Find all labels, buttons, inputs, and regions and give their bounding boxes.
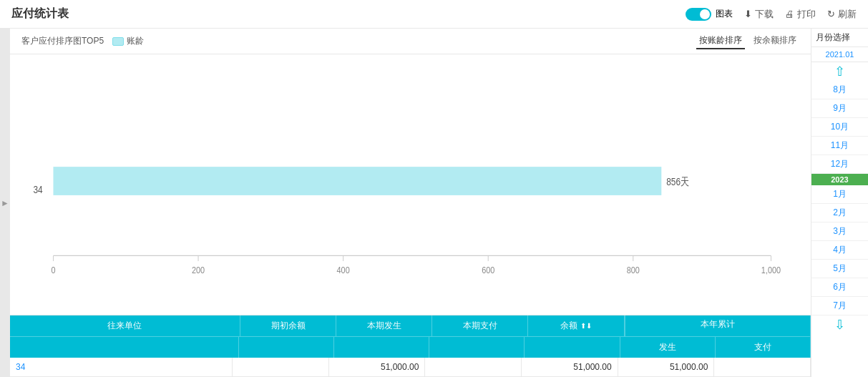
bar-value-label: 856天 <box>666 176 688 188</box>
sidebar-month-9[interactable]: 9月 <box>811 99 868 118</box>
sidebar-month-10[interactable]: 10月 <box>811 118 868 137</box>
td-paid <box>425 358 522 376</box>
td-ytd-paid <box>714 358 811 376</box>
print-icon: 🖨 <box>785 9 794 19</box>
sidebar-month-6[interactable]: 6月 <box>811 278 868 297</box>
th-source: 往来单位 <box>10 315 240 336</box>
sidebar-month-8[interactable]: 8月 <box>811 81 868 99</box>
download-button[interactable]: ⬇ 下载 <box>744 8 774 21</box>
chart-bar <box>53 167 661 195</box>
y-axis-label: 34 <box>33 184 43 196</box>
data-table: 往来单位 期初余额 本期发生 本期支付 余额⬆⬇ 本年累计 发生 支付 <box>10 315 811 377</box>
th-occurred: 本期发生 <box>336 315 432 336</box>
th-sub-occurred <box>334 337 429 358</box>
th-sub-paid <box>429 337 525 358</box>
th-opening: 期初余额 <box>240 315 336 336</box>
main-content: ► 客户应付排序图TOP5 账龄 按账龄排序 按余额排序 <box>0 29 868 377</box>
table-row: 34 51,000.00 51,000.00 51,000.00 <box>10 358 811 377</box>
th-sub-ytd-occurred: 发生 <box>620 337 716 358</box>
toggle-knob <box>700 9 710 19</box>
legend-title-text: 客户应付排序图TOP5 <box>21 35 104 47</box>
th-sub-balance <box>525 337 620 358</box>
svg-text:1,000: 1,000 <box>761 265 781 275</box>
sidebar: 月份选择 2021.01 ⇧ 8月 9月 10月 11月 12月 2023 1月… <box>811 29 868 377</box>
chart-toggle-label: 图表 <box>716 8 733 20</box>
th-paid: 本期支付 <box>432 315 528 336</box>
sidebar-month-12[interactable]: 12月 <box>811 155 868 174</box>
source-link[interactable]: 34 <box>16 362 25 372</box>
print-label: 打印 <box>797 8 816 21</box>
page: 应付统计表 图表 ⬇ 下载 🖨 打印 ↻ 刷新 ► <box>0 0 868 377</box>
legend-item-age: 账龄 <box>112 35 144 47</box>
header: 应付统计表 图表 ⬇ 下载 🖨 打印 ↻ 刷新 <box>0 0 868 29</box>
svg-text:200: 200 <box>192 265 205 275</box>
sidebar-header-label: 月份选择 <box>816 31 850 44</box>
svg-text:0: 0 <box>51 265 55 275</box>
refresh-icon: ↻ <box>827 9 835 19</box>
table-header-row2: 发生 支付 <box>10 336 811 358</box>
chart-toggle[interactable] <box>686 8 711 21</box>
sort-by-age-button[interactable]: 按账龄排序 <box>696 33 745 49</box>
sidebar-nav-down-button[interactable]: ⇩ <box>811 315 868 334</box>
sidebar-month-3[interactable]: 3月 <box>811 222 868 241</box>
td-ytd-occurred: 51,000.00 <box>618 358 715 376</box>
th-sub-ytd-paid: 支付 <box>716 337 811 358</box>
refresh-button[interactable]: ↻ 刷新 <box>827 8 857 21</box>
sort-by-balance-button[interactable]: 按余额排序 <box>751 33 799 49</box>
sidebar-header: 月份选择 <box>811 29 868 47</box>
sidebar-month-5[interactable]: 5月 <box>811 260 868 278</box>
chart-container: 34 856天 0 200 400 600 <box>10 54 811 315</box>
sidebar-month-4[interactable]: 4月 <box>811 241 868 260</box>
refresh-label: 刷新 <box>838 8 857 21</box>
legend-color-box <box>112 37 124 46</box>
download-icon: ⬇ <box>744 9 752 19</box>
th-sub-opening <box>239 337 334 358</box>
td-occurred: 51,000.00 <box>329 358 426 376</box>
sidebar-current-date: 2021.01 <box>811 47 868 62</box>
svg-text:400: 400 <box>337 265 350 275</box>
page-title: 应付统计表 <box>11 6 69 21</box>
sidebar-month-1[interactable]: 1月 <box>811 185 868 204</box>
header-actions: 图表 ⬇ 下载 🖨 打印 ↻ 刷新 <box>686 8 857 21</box>
chart-controls: 客户应付排序图TOP5 账龄 按账龄排序 按余额排序 <box>10 29 811 54</box>
table-header-row1: 往来单位 期初余额 本期发生 本期支付 余额⬆⬇ 本年累计 <box>10 315 811 336</box>
th-balance: 余额⬆⬇ <box>528 315 624 336</box>
print-button[interactable]: 🖨 打印 <box>785 8 816 21</box>
svg-text:600: 600 <box>482 265 494 275</box>
download-label: 下载 <box>755 8 774 21</box>
sidebar-month-2[interactable]: 2月 <box>811 204 868 222</box>
td-source[interactable]: 34 <box>10 358 233 376</box>
chart-toggle-wrap: 图表 <box>686 8 733 21</box>
svg-text:800: 800 <box>627 265 640 275</box>
chart-svg: 34 856天 0 200 400 600 <box>21 60 799 309</box>
sidebar-year-marker: 2023 <box>811 174 868 185</box>
sidebar-month-11[interactable]: 11月 <box>811 137 868 155</box>
td-balance: 51,000.00 <box>522 358 618 376</box>
th-sub-source <box>10 337 239 358</box>
legend-item-title: 客户应付排序图TOP5 <box>21 35 104 47</box>
sidebar-nav-up-button[interactable]: ⇧ <box>811 62 868 81</box>
td-opening <box>233 358 329 376</box>
th-ytd: 本年累计 <box>625 315 811 336</box>
collapse-button[interactable]: ► <box>0 29 10 377</box>
chart-area: 客户应付排序图TOP5 账龄 按账龄排序 按余额排序 34 <box>10 29 811 377</box>
sidebar-month-7[interactable]: 7月 <box>811 297 868 315</box>
legend-age-label: 账龄 <box>127 35 144 47</box>
chart-legend: 客户应付排序图TOP5 账龄 <box>21 35 144 47</box>
sort-buttons: 按账龄排序 按余额排序 <box>696 33 799 49</box>
